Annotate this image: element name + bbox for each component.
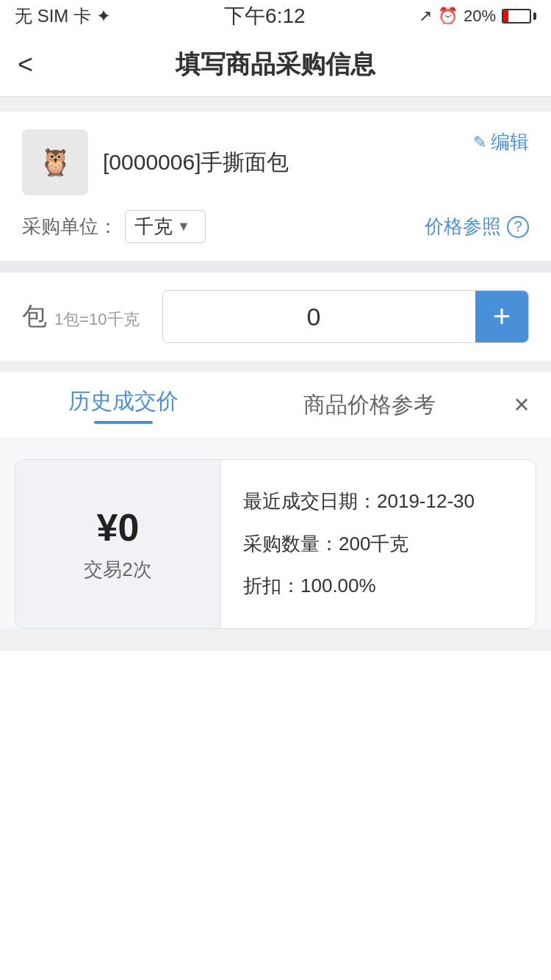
product-card: 🦉 [0000006]手撕面包 ✎ 编辑 采购单位： 千克 ▼ 价格参照 ? (0, 112, 551, 261)
trade-detail-qty-label: 采购数量： (243, 533, 339, 555)
product-header: 🦉 [0000006]手撕面包 ✎ 编辑 (22, 129, 529, 195)
unit-value: 千克 (134, 214, 173, 239)
status-time: 下午6:12 (224, 2, 306, 30)
empty-area (0, 651, 551, 980)
nav-bar: < 填写商品采购信息 (0, 32, 551, 97)
trade-detail-discount: 折扣：100.00% (243, 571, 514, 602)
quantity-input-group: + (162, 290, 529, 343)
price-ref-help-icon: ? (507, 216, 529, 238)
quantity-row: 包 1包=10千克 + (0, 273, 551, 361)
trade-detail-qty: 采购数量：200千克 (243, 529, 514, 560)
tab-product-price-ref[interactable]: 商品价格参考 (246, 372, 492, 437)
tab-product-price-ref-label: 商品价格参考 (303, 390, 436, 420)
section-divider (0, 261, 551, 273)
product-name: [0000006]手撕面包 (103, 148, 289, 178)
status-left: 无 SIM 卡 ✦ (15, 4, 111, 28)
location-icon: ↗ (419, 7, 432, 26)
trade-detail-discount-value: 100.00% (300, 574, 376, 597)
trade-price: ¥0 (97, 505, 140, 550)
page-title: 填写商品采购信息 (176, 48, 375, 82)
product-left: 🦉 [0000006]手撕面包 (22, 129, 289, 195)
quantity-plus-button[interactable]: + (475, 291, 528, 342)
edit-icon: ✎ (473, 133, 486, 152)
tab-history-price[interactable]: 历史成交价 (0, 372, 246, 437)
unit-left: 采购单位： 千克 ▼ (22, 210, 206, 243)
sim-label: 无 SIM 卡 ✦ (15, 4, 111, 28)
trade-currency: ¥ (97, 506, 118, 549)
unit-select[interactable]: 千克 ▼ (125, 210, 206, 243)
product-thumbnail: 🦉 (22, 129, 88, 195)
trade-detail-date-label: 最近成交日期： (243, 490, 377, 512)
tab-active-indicator (94, 421, 153, 424)
alarm-icon: ⏰ (438, 7, 458, 26)
quantity-unit-sub: 1包=10千克 (54, 309, 140, 331)
quantity-unit-main: 包 (22, 300, 47, 334)
trade-count: 交易2次 (84, 557, 151, 583)
edit-label: 编辑 (491, 129, 529, 155)
status-right: ↗ ⏰ 20% (419, 7, 536, 26)
trade-price-value: 0 (118, 506, 140, 549)
quantity-label: 包 1包=10千克 (22, 300, 140, 334)
unit-label: 采购单位： (22, 214, 118, 239)
price-ref-label: 价格参照 (425, 214, 501, 239)
trade-card: ¥0 交易2次 最近成交日期：2019-12-30 采购数量：200千克 折扣：… (15, 459, 536, 629)
trade-left-panel: ¥0 交易2次 (15, 460, 221, 628)
product-icon: 🦉 (39, 147, 72, 178)
trade-right-panel: 最近成交日期：2019-12-30 采购数量：200千克 折扣：100.00% (221, 460, 536, 628)
tabs-row: 历史成交价 商品价格参考 × (0, 372, 551, 437)
price-ref-button[interactable]: 价格参照 ? (425, 214, 529, 239)
status-bar: 无 SIM 卡 ✦ 下午6:12 ↗ ⏰ 20% (0, 0, 551, 32)
trade-detail-qty-value: 200千克 (339, 533, 408, 555)
battery-percent: 20% (464, 7, 496, 26)
product-unit-row: 采购单位： 千克 ▼ 价格参照 ? (22, 210, 529, 243)
bottom-sheet: 历史成交价 商品价格参考 × ¥0 交易2次 最近成交日期：2019-12-30… (0, 372, 551, 629)
back-button[interactable]: < (18, 49, 33, 80)
tab-close-button[interactable]: × (492, 389, 551, 420)
dropdown-arrow-icon: ▼ (177, 219, 190, 234)
trade-detail-discount-label: 折扣： (243, 574, 300, 597)
quantity-input[interactable] (163, 291, 475, 342)
battery-indicator (502, 9, 536, 24)
trade-detail-date-value: 2019-12-30 (377, 490, 475, 512)
trade-detail-date: 最近成交日期：2019-12-30 (243, 486, 514, 517)
tab-history-price-label: 历史成交价 (68, 386, 179, 417)
edit-button[interactable]: ✎ 编辑 (473, 129, 529, 155)
